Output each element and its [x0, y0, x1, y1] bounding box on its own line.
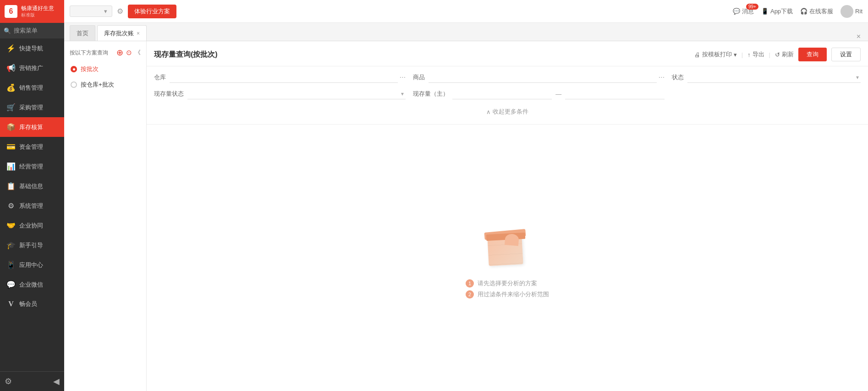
sidebar-item-purchase[interactable]: 🛒 采购管理: [0, 98, 64, 117]
newbie-icon: 🎓: [6, 241, 16, 250]
scheme-settings-btn[interactable]: ⊙: [126, 49, 132, 57]
quick-nav-icon: ⚡: [6, 44, 16, 53]
sidebar-item-system[interactable]: ⚙ 系统管理: [0, 196, 64, 216]
tab-close-icon[interactable]: ×: [137, 30, 140, 37]
warehouse-label: 仓库: [154, 73, 166, 81]
empty-hint-2: 2 用过滤条件来缩小分析范围: [466, 290, 549, 299]
hint-text-2: 用过滤条件来缩小分析范围: [478, 290, 549, 299]
tab-batch-account[interactable]: 库存批次账 ×: [97, 25, 147, 41]
sidebar-item-label: 资金管理: [19, 143, 43, 151]
app-version: 标准版: [21, 12, 54, 18]
sidebar-item-label: 库存核算: [19, 123, 43, 131]
inventory-qty-range: —: [452, 88, 665, 99]
sidebar-brand: 畅康通好生意 标准版: [21, 5, 54, 19]
main-container: ▾ ⚙ 体验行业方案 💬 消息 99+ 📱 App下载 🎧 在线客服 Rit: [64, 0, 868, 391]
messages-btn[interactable]: 💬 消息 99+: [733, 7, 754, 16]
basic-icon: 📋: [6, 182, 16, 190]
sidebar-item-newbie[interactable]: 🎓 新手引导: [0, 235, 64, 255]
username-label: Rit: [855, 8, 863, 15]
product-dots-btn[interactable]: ···: [659, 73, 665, 81]
sidebar-nav: ⚡ 快捷导航 📢 营销推广 💰 销售管理 🛒 采购管理 📦 库存核算 💳 资金管…: [0, 38, 64, 371]
sidebar-item-inventory[interactable]: 📦 库存核算: [0, 117, 64, 137]
warehouse-input[interactable]: [170, 72, 398, 83]
wechat-icon: 💬: [6, 280, 16, 289]
query-btn[interactable]: 查询: [798, 48, 827, 61]
scheme-by-warehouse-batch[interactable]: 按仓库+批次: [64, 77, 146, 92]
tabs-bar: 首页 库存批次账 × ×: [64, 23, 868, 41]
empty-hints: 1 请先选择要分析的方案 2 用过滤条件来缩小分析范围: [466, 279, 549, 299]
tab-home[interactable]: 首页: [70, 25, 95, 41]
sidebar-item-label: 企业微信: [19, 281, 43, 289]
refresh-icon: ↺: [775, 51, 780, 58]
export-btn[interactable]: ↑ 导出: [747, 50, 764, 59]
refresh-btn[interactable]: ↺ 刷新: [775, 50, 794, 59]
scheme-by-batch[interactable]: 按批次: [64, 61, 146, 77]
sidebar-item-operation[interactable]: 📊 经营管理: [0, 157, 64, 176]
avatar: [841, 5, 853, 18]
topbar-gear-icon[interactable]: ⚙: [117, 7, 123, 16]
sales-icon: 💰: [6, 83, 16, 92]
inventory-status-select[interactable]: [187, 88, 406, 99]
sidebar-item-appstore[interactable]: 📱 应用中心: [0, 255, 64, 275]
trial-btn[interactable]: 体验行业方案: [128, 5, 176, 18]
content-area: 按以下方案查询 ⊕ ⊙ 《 按批次 按仓库+批次 现存量查询(按批次): [64, 41, 868, 391]
filter-row-2: 现存量状态 ▾ 现存量（主） —: [154, 88, 861, 99]
collapse-left-btn[interactable]: 《: [135, 49, 141, 57]
app-download-btn[interactable]: 📱 App下载: [761, 7, 793, 16]
inventory-qty-from[interactable]: [452, 88, 552, 99]
print-icon: 🖨: [694, 51, 700, 58]
online-support-label: 在线客服: [809, 7, 833, 16]
sidebar-item-wechat[interactable]: 💬 企业微信: [0, 275, 64, 294]
footer-settings-btn[interactable]: ⚙: [5, 376, 12, 386]
inventory-qty-label: 现存量（主）: [413, 90, 449, 98]
left-panel-header: 按以下方案查询 ⊕ ⊙ 《: [64, 46, 146, 61]
messages-badge: 99+: [746, 4, 758, 10]
sidebar-header: 6 畅康通好生意 标准版: [0, 0, 64, 23]
sidebar-item-label: 畅会员: [19, 300, 37, 308]
sidebar-item-label: 企业协同: [19, 222, 43, 230]
radio-by-warehouse-batch: [71, 81, 77, 88]
sidebar-item-quick-nav[interactable]: ⚡ 快捷导航: [0, 38, 64, 58]
collapse-label: 收起更多条件: [493, 108, 528, 116]
collapse-bar[interactable]: ∧ 收起更多条件: [154, 105, 861, 119]
breadcrumb-dropdown-icon[interactable]: ▾: [104, 8, 107, 15]
page-header: 现存量查询(按批次) 🖨 按模板打印 ▾ | ↑ 导出 | ↺: [147, 41, 868, 66]
status-select[interactable]: [687, 72, 861, 83]
status-label: 状态: [672, 73, 684, 81]
left-panel: 按以下方案查询 ⊕ ⊙ 《 按批次 按仓库+批次: [64, 41, 147, 391]
operation-icon: 📊: [6, 162, 16, 171]
search-icon: 🔍: [4, 27, 11, 34]
close-panel-btn[interactable]: ×: [857, 33, 861, 41]
separator-2: |: [769, 51, 770, 58]
product-input[interactable]: [429, 72, 657, 83]
product-filter: 商品 ···: [413, 72, 665, 83]
scheme-by-batch-label: 按批次: [81, 65, 99, 73]
empty-illustration: [480, 217, 535, 272]
print-dropdown-icon[interactable]: ▾: [734, 51, 737, 58]
add-scheme-btn[interactable]: ⊕: [116, 48, 123, 58]
status-filter: 状态 ▾: [672, 72, 861, 83]
finance-icon: 💳: [6, 142, 16, 151]
online-support-btn[interactable]: 🎧 在线客服: [800, 7, 833, 16]
inventory-qty-to[interactable]: [565, 88, 665, 99]
sidebar-item-sales[interactable]: 💰 销售管理: [0, 78, 64, 98]
sidebar-item-vip[interactable]: V 畅会员: [0, 294, 64, 314]
sidebar-item-label: 销售管理: [19, 84, 43, 92]
user-avatar-area[interactable]: Rit: [841, 5, 863, 18]
settings-btn[interactable]: 设置: [831, 48, 861, 61]
search-menu[interactable]: 🔍 搜索菜单: [0, 23, 64, 38]
footer-collapse-btn[interactable]: ◀: [53, 376, 60, 386]
vip-icon: V: [6, 300, 16, 308]
sidebar-item-label: 系统管理: [19, 202, 43, 210]
topbar-actions: 💬 消息 99+ 📱 App下载 🎧 在线客服 Rit: [733, 5, 863, 18]
sidebar-item-enterprise[interactable]: 🤝 企业协同: [0, 216, 64, 235]
breadcrumb[interactable]: ▾: [70, 5, 112, 17]
left-panel-header-actions: ⊕ ⊙ 《: [116, 48, 141, 58]
sidebar-item-label: 快捷导航: [19, 44, 43, 53]
sidebar-item-finance[interactable]: 💳 资金管理: [0, 137, 64, 157]
warehouse-dots-btn[interactable]: ···: [400, 73, 406, 81]
print-btn[interactable]: 🖨 按模板打印 ▾: [694, 50, 737, 59]
tab-home-label: 首页: [77, 29, 88, 38]
sidebar-item-marketing[interactable]: 📢 营销推广: [0, 58, 64, 78]
sidebar-item-basic[interactable]: 📋 基础信息: [0, 176, 64, 196]
